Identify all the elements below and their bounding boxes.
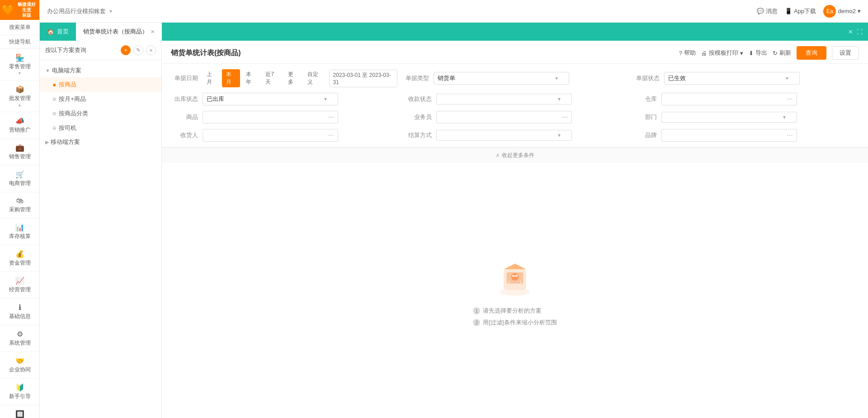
settings-button[interactable]: 设置 — [832, 46, 859, 60]
sidebar-item-wholesale[interactable]: 📦 批发管理 ▴ — [0, 81, 39, 112]
stock-out-select[interactable]: 已出库 ▾ — [203, 93, 338, 105]
receipt-status-select[interactable]: ▾ — [436, 94, 572, 104]
print-dropdown-icon[interactable]: ▾ — [740, 50, 743, 57]
brand-input[interactable]: ··· — [661, 129, 797, 142]
collapse-bar[interactable]: ∧ 收起更多条件 — [162, 147, 868, 163]
app-download-label: App下载 — [794, 7, 816, 15]
receipt-chevron: ▾ — [558, 96, 561, 102]
receiver-dots[interactable]: ··· — [328, 131, 334, 139]
tree-section: ▼ 电脑端方案 ● 按商品 ≡ 按月+商品 ≡ 按商品分类 ≡ 按司机 — [40, 60, 161, 152]
sidebar-item-apps[interactable]: 🔲 应用中心 — [0, 405, 39, 418]
filter-row-3: 商品 ··· 业务员 ··· 部门 — [171, 111, 859, 124]
date-tab-this-year[interactable]: 本年 — [242, 69, 259, 87]
department-select[interactable]: ▾ — [661, 112, 797, 123]
content-area: 按以下方案查询 + ✎ « ▼ 电脑端方案 ● 按商品 ≡ 按月+ — [40, 41, 868, 418]
sidebar-item-operations[interactable]: 📈 经营管理 — [0, 272, 39, 299]
maximize-icon[interactable]: ⛶ — [857, 28, 863, 35]
bill-type-label: 单据类型 — [397, 74, 434, 82]
tab-close-button[interactable]: ✕ — [151, 29, 155, 35]
message-button[interactable]: 💬 消息 — [757, 7, 778, 15]
sidebar-item-inventory[interactable]: 📊 库存核算 — [0, 218, 39, 245]
retail-icon: 🏪 — [15, 53, 24, 62]
date-tab-more[interactable]: 更多 — [284, 69, 302, 87]
filter-row-4: 收货人 ··· 结算方式 ▾ 品牌 — [171, 129, 859, 142]
date-range-input[interactable]: 2023-03-01 至 2023-03-31 — [329, 70, 397, 87]
tree-child-by-driver[interactable]: ≡ 按司机 — [40, 121, 161, 135]
sidebar-item-enterprise[interactable]: 🤝 企业协同 — [0, 352, 39, 379]
tree-expand-icon: ▼ — [45, 68, 50, 73]
payment-select[interactable]: ▾ — [436, 130, 572, 141]
sidebar-item-retail[interactable]: 🏪 零售管理 ▾ — [0, 49, 39, 81]
sidebar-item-label: 库存核算 — [9, 233, 31, 240]
tree-child-by-month-product[interactable]: ≡ 按月+商品 — [40, 92, 161, 106]
company-title: 办公用品行业模拟账套 — [47, 7, 106, 15]
salesperson-input[interactable]: ··· — [436, 111, 572, 124]
date-tab-this-month[interactable]: 本月 — [222, 69, 240, 87]
company-dropdown[interactable]: ▾ — [109, 8, 112, 14]
sidebar-item-basics[interactable]: ℹ 基础信息 — [0, 299, 39, 325]
product-input[interactable]: ··· — [203, 111, 338, 124]
date-tabs: 上月 本月 本年 近7天 更多 自定义 — [203, 69, 326, 87]
user-menu[interactable]: Ea demo2 ▾ — [823, 5, 861, 18]
bill-type-select[interactable]: 销货单 ▾ — [434, 72, 569, 85]
operations-icon: 📈 — [15, 276, 24, 285]
sidebar-item-system[interactable]: ⚙ 系统管理 — [0, 325, 39, 352]
date-tab-last-7days[interactable]: 近7天 — [261, 69, 282, 87]
tab-sales-report[interactable]: 销货单统计表（按商品） ✕ — [76, 23, 162, 41]
tab-home[interactable]: 🏠 首页 — [40, 23, 76, 41]
query-button[interactable]: 查询 — [797, 46, 826, 60]
header-right: 💬 消息 📱 App下载 Ea demo2 ▾ — [757, 5, 861, 18]
collapse-label: ∧ 收起更多条件 — [495, 152, 534, 158]
edit-scheme-button[interactable]: ✎ — [133, 45, 143, 55]
tree-child-by-product[interactable]: ● 按商品 — [40, 77, 161, 92]
tree-child-by-category[interactable]: ≡ 按商品分类 — [40, 106, 161, 121]
export-label: 导出 — [755, 49, 767, 57]
department-value: ▾ — [661, 112, 859, 123]
sidebar-item-purchase[interactable]: 🛍 采购管理 — [0, 192, 39, 218]
message-label: 消息 — [766, 7, 778, 15]
receipt-status-value: ▾ — [436, 94, 634, 104]
tab-maximize-controls: ✕ ⛶ — [843, 23, 868, 41]
sidebar-item-label: 销售管理 — [9, 153, 31, 161]
print-button[interactable]: 🖨 按模板打印 ▾ — [701, 49, 743, 57]
chevron-icon: ▴ — [19, 102, 21, 107]
basics-icon: ℹ — [19, 303, 21, 312]
sidebar-item-ecommerce[interactable]: 🛒 电商管理 — [0, 166, 39, 192]
sidebar-item-label: 零售管理 — [9, 63, 31, 71]
stock-out-chevron: ▾ — [324, 96, 327, 102]
sidebar-item-marketing[interactable]: 📣 营销推广 — [0, 112, 39, 139]
sidebar-item-guide[interactable]: 🔰 新手引导 — [0, 379, 39, 405]
sidebar-item-sales[interactable]: 💼 销售管理 — [0, 139, 39, 166]
receiver-input[interactable]: ··· — [203, 129, 338, 142]
apps-icon: 🔲 — [15, 410, 24, 418]
sidebar-item-finance[interactable]: 💰 资金管理 — [0, 245, 39, 272]
tab-home-label: 首页 — [57, 28, 69, 36]
tree-parent-mobile[interactable]: ▶ 移动端方案 — [40, 135, 161, 149]
export-button[interactable]: ⬇ 导出 — [749, 49, 767, 57]
tree-child-label: 按商品分类 — [59, 109, 88, 118]
tree-child-label: 按商品 — [59, 81, 76, 89]
warehouse-dots[interactable]: ··· — [787, 95, 793, 103]
collapse-panel-button[interactable]: « — [146, 45, 156, 55]
help-button[interactable]: ? 帮助 — [679, 49, 696, 57]
close-window-icon[interactable]: ✕ — [848, 28, 853, 35]
chevron-icon: ▾ — [19, 71, 21, 76]
salesperson-dots[interactable]: ··· — [562, 113, 568, 121]
refresh-button[interactable]: ↻ 刷新 — [773, 49, 791, 57]
product-dots[interactable]: ··· — [328, 113, 334, 121]
export-icon: ⬇ — [749, 50, 754, 57]
tree-parent-desktop[interactable]: ▼ 电脑端方案 — [40, 64, 161, 77]
app-download-button[interactable]: 📱 App下载 — [785, 7, 816, 15]
quick-nav[interactable]: 快捷导航 — [0, 35, 39, 49]
sidebar-item-label: 基础信息 — [9, 313, 31, 320]
bill-status-select[interactable]: 已生效 ▾ — [664, 72, 800, 85]
search-menu[interactable]: 搜索菜单 — [0, 20, 39, 35]
date-tab-last-month[interactable]: 上月 — [203, 69, 220, 87]
sidebar-item-label: 系统管理 — [9, 339, 31, 347]
brand-dots[interactable]: ··· — [787, 131, 793, 139]
svg-point-5 — [516, 275, 518, 276]
warehouse-input[interactable]: ··· — [661, 93, 797, 105]
sidebar-item-label: 新手引导 — [9, 393, 31, 400]
date-tab-custom[interactable]: 自定义 — [303, 69, 326, 87]
add-scheme-button[interactable]: + — [121, 45, 131, 55]
